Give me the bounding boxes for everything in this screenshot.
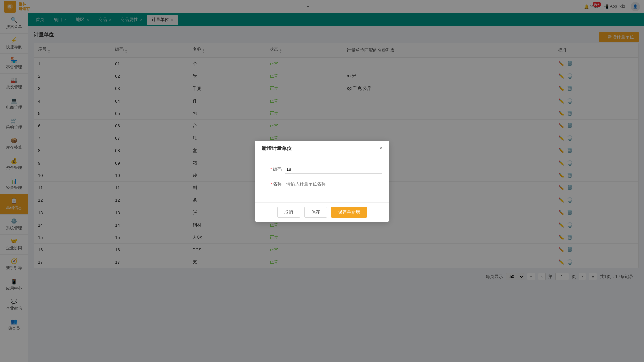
code-form-row: *编码: [262, 165, 382, 174]
modal-footer: 取消 保存 保存并新增: [255, 202, 389, 222]
code-label: *编码: [262, 166, 282, 172]
name-input[interactable]: [285, 180, 382, 188]
modal-title: 新增计量单位: [262, 145, 292, 152]
modal-header: 新增计量单位 ×: [255, 141, 389, 157]
cancel-button[interactable]: 取消: [277, 207, 300, 218]
modal-overlay: 新增计量单位 × *编码 *名称 取消 保存 保存并新增: [0, 0, 644, 362]
modal-close-button[interactable]: ×: [379, 145, 382, 152]
add-unit-modal: 新增计量单位 × *编码 *名称 取消 保存 保存并新增: [255, 141, 389, 222]
save-button[interactable]: 保存: [304, 207, 327, 218]
save-and-new-button[interactable]: 保存并新增: [331, 207, 367, 218]
name-label: *名称: [262, 181, 282, 187]
code-required-mark: *: [270, 167, 272, 172]
name-required-mark: *: [270, 181, 272, 186]
name-form-row: *名称: [262, 180, 382, 188]
modal-body: *编码 *名称: [255, 157, 389, 202]
code-input[interactable]: [285, 165, 382, 174]
